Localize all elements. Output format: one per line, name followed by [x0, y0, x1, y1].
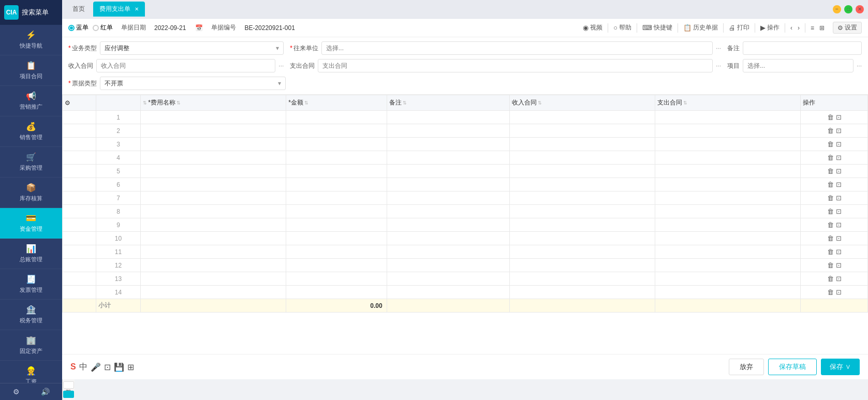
row-expense-name-6[interactable]: [141, 178, 286, 191]
row-amount-13[interactable]: [286, 272, 387, 286]
settings-icon[interactable]: ⚙: [13, 388, 20, 396]
copy-icon[interactable]: ⊡: [104, 362, 111, 372]
row-income-contract-12[interactable]: [510, 259, 655, 272]
history-btn[interactable]: 📋 历史单据: [683, 23, 718, 32]
delete-row-5-icon[interactable]: 🗑: [827, 167, 834, 175]
row-expense-contract-5[interactable]: [655, 165, 801, 178]
volume-icon[interactable]: 🔊: [41, 388, 50, 396]
row-expense-name-4[interactable]: [141, 151, 286, 165]
col-settings[interactable]: ⚙: [63, 95, 96, 111]
row-amount-10[interactable]: [286, 232, 387, 245]
col-expense-contract[interactable]: 支出合同 ⇅: [655, 95, 801, 111]
delete-row-10-icon[interactable]: 🗑: [827, 234, 834, 242]
delete-row-13-icon[interactable]: 🗑: [827, 275, 834, 283]
counterpart-more-icon[interactable]: ···: [716, 45, 721, 52]
row-remark-3[interactable]: [387, 138, 510, 151]
row-expense-contract-6[interactable]: [655, 178, 801, 191]
row-expense-name-5[interactable]: [141, 165, 286, 178]
row-amount-11[interactable]: [286, 245, 387, 259]
save-main-button[interactable]: 保存 ∨: [821, 359, 859, 375]
row-income-contract-2[interactable]: [510, 124, 655, 138]
row-amount-12[interactable]: [286, 259, 387, 272]
row-income-contract-11[interactable]: [510, 245, 655, 259]
row-expense-contract-13[interactable]: [655, 272, 801, 286]
row-remark-10[interactable]: [387, 232, 510, 245]
row-expense-name-2[interactable]: [141, 124, 286, 138]
row-remark-4[interactable]: [387, 151, 510, 165]
row-expense-contract-4[interactable]: [655, 151, 801, 165]
nav-prev-btn[interactable]: ‹: [790, 24, 792, 32]
row-amount-14[interactable]: [286, 286, 387, 299]
row-remark-2[interactable]: [387, 124, 510, 138]
help-btn[interactable]: ○ 帮助: [613, 23, 631, 32]
delete-row-12-icon[interactable]: 🗑: [827, 261, 834, 269]
calendar-icon[interactable]: 📅: [195, 24, 203, 32]
delete-row-11-icon[interactable]: 🗑: [827, 248, 834, 256]
sidebar-item-marketing[interactable]: 📢营销推广: [0, 86, 62, 116]
sidebar-item-sales-mgmt[interactable]: 💰销售管理: [0, 116, 62, 147]
row-amount-3[interactable]: [286, 138, 387, 151]
row-expense-name-14[interactable]: [141, 286, 286, 299]
counterpart-input[interactable]: [321, 41, 713, 55]
delete-row-9-icon[interactable]: 🗑: [827, 221, 834, 229]
radio-red[interactable]: 红单: [93, 23, 113, 32]
row-income-contract-10[interactable]: [510, 232, 655, 245]
sidebar-item-fixed-assets[interactable]: 🏢固定资产: [0, 330, 62, 361]
copy-row-12-icon[interactable]: ⊡: [836, 261, 842, 269]
row-expense-name-3[interactable]: [141, 138, 286, 151]
copy-row-5-icon[interactable]: ⊡: [836, 167, 842, 175]
right-tab-attach[interactable]: 附件: [63, 381, 74, 389]
col-remark[interactable]: 备注 ⇅: [387, 95, 510, 111]
row-expense-name-8[interactable]: [141, 205, 286, 218]
video-btn[interactable]: ◉ 视频: [583, 23, 602, 32]
radio-blue[interactable]: 蓝单: [68, 23, 89, 32]
copy-row-14-icon[interactable]: ⊡: [836, 288, 842, 296]
shortcut-btn[interactable]: ⌨ 快捷键: [642, 23, 672, 32]
row-expense-contract-11[interactable]: [655, 245, 801, 259]
income-more-icon[interactable]: ···: [278, 62, 284, 69]
row-income-contract-14[interactable]: [510, 286, 655, 299]
minimize-button[interactable]: −: [833, 5, 841, 13]
row-expense-name-13[interactable]: [141, 272, 286, 286]
row-expense-name-7[interactable]: [141, 191, 286, 205]
row-remark-1[interactable]: [387, 111, 510, 124]
view-list-btn[interactable]: ≡: [811, 24, 814, 32]
row-income-contract-1[interactable]: [510, 111, 655, 124]
operation-btn[interactable]: ▶ 操作: [760, 23, 779, 32]
row-amount-2[interactable]: [286, 124, 387, 138]
tab-close-icon[interactable]: ✕: [135, 6, 139, 12]
copy-row-3-icon[interactable]: ⊡: [836, 140, 842, 148]
settings-button[interactable]: ⚙ 设置: [833, 22, 862, 34]
row-remark-12[interactable]: [387, 259, 510, 272]
tab-expense-order[interactable]: 费用支出单 ✕: [93, 2, 145, 17]
row-amount-4[interactable]: [286, 151, 387, 165]
copy-row-7-icon[interactable]: ⊡: [836, 194, 842, 202]
sidebar-item-quick-nav[interactable]: ⚡快捷导航: [0, 25, 62, 55]
row-income-contract-8[interactable]: [510, 205, 655, 218]
income-contract-input[interactable]: [96, 59, 275, 72]
copy-row-4-icon[interactable]: ⊡: [836, 154, 842, 161]
tab-home[interactable]: 首页: [66, 2, 91, 17]
row-expense-contract-10[interactable]: [655, 232, 801, 245]
row-expense-contract-3[interactable]: [655, 138, 801, 151]
sidebar-item-inventory[interactable]: 📦库存核算: [0, 177, 62, 208]
row-expense-contract-1[interactable]: [655, 111, 801, 124]
row-expense-name-12[interactable]: [141, 259, 286, 272]
zhong-icon[interactable]: 中: [79, 362, 87, 373]
copy-row-6-icon[interactable]: ⊡: [836, 181, 842, 188]
row-expense-contract-7[interactable]: [655, 191, 801, 205]
sidebar-item-project-contract[interactable]: 📋项目合同: [0, 55, 62, 86]
project-more-icon[interactable]: ···: [857, 62, 862, 69]
delete-row-2-icon[interactable]: 🗑: [827, 127, 834, 135]
save-icon[interactable]: 💾: [114, 362, 124, 372]
row-income-contract-4[interactable]: [510, 151, 655, 165]
row-remark-8[interactable]: [387, 205, 510, 218]
row-income-contract-5[interactable]: [510, 165, 655, 178]
row-expense-name-9[interactable]: [141, 218, 286, 232]
row-income-contract-6[interactable]: [510, 178, 655, 191]
project-input[interactable]: [743, 59, 854, 72]
right-tab-log[interactable]: 日志: [63, 391, 74, 398]
col-income-contract[interactable]: 收入合同 ⇅: [510, 95, 655, 111]
copy-row-11-icon[interactable]: ⊡: [836, 248, 842, 256]
row-remark-9[interactable]: [387, 218, 510, 232]
